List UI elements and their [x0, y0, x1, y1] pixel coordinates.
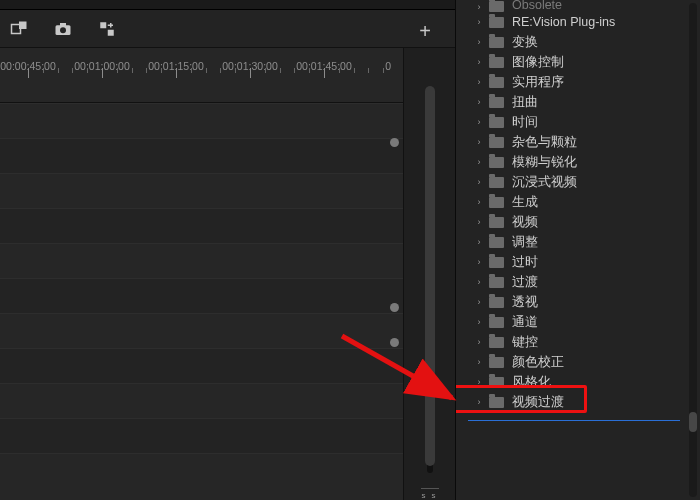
effects-folder-row[interactable]: ›图像控制 — [456, 52, 700, 72]
effects-folder-row[interactable]: ›通道 — [456, 312, 700, 332]
timeline-track[interactable] — [0, 173, 403, 208]
folder-icon — [489, 357, 504, 368]
effects-folder-label: Obsolete — [512, 0, 562, 12]
chevron-right-icon: › — [474, 177, 484, 187]
folder-icon — [489, 217, 504, 228]
chevron-right-icon: › — [474, 137, 484, 147]
effects-folder-row[interactable]: ›视频过渡 — [456, 392, 700, 412]
chevron-right-icon: › — [474, 317, 484, 327]
effects-folder-row[interactable]: ›扭曲 — [456, 92, 700, 112]
effects-folder-row[interactable]: ›实用程序 — [456, 72, 700, 92]
effects-folder-row[interactable]: ›杂色与颗粒 — [456, 132, 700, 152]
folder-icon — [489, 97, 504, 108]
chevron-right-icon: › — [474, 97, 484, 107]
track-scroll-knob[interactable] — [390, 138, 399, 147]
timeline-track[interactable] — [0, 208, 403, 243]
folder-icon — [489, 197, 504, 208]
add-button[interactable]: + — [419, 20, 431, 43]
chevron-right-icon: › — [474, 117, 484, 127]
tracks-area[interactable]: 00:00:45:0000:01:00:0000:01:15:0000:01:3… — [0, 48, 403, 500]
chevron-right-icon: › — [474, 217, 484, 227]
chevron-right-icon: › — [474, 2, 484, 12]
chevron-right-icon: › — [474, 257, 484, 267]
effects-panel: ›Obsolete›RE:Vision Plug-ins›变换›图像控制›实用程… — [455, 0, 700, 500]
effects-folder-row[interactable]: ›RE:Vision Plug-ins — [456, 12, 700, 32]
effects-folder-row[interactable]: ›Obsolete — [456, 0, 700, 12]
effects-folder-label: RE:Vision Plug-ins — [512, 15, 615, 29]
effects-folder-label: 通道 — [512, 314, 538, 331]
svg-rect-6 — [108, 29, 114, 35]
effects-folder-label: 过时 — [512, 254, 538, 271]
effects-folder-label: 透视 — [512, 294, 538, 311]
chevron-right-icon: › — [474, 277, 484, 287]
effects-scrollbar-thumb[interactable] — [689, 412, 697, 432]
svg-rect-4 — [60, 23, 66, 26]
effects-folder-label: 变换 — [512, 34, 538, 51]
effects-folder-label: 风格化 — [512, 374, 551, 391]
vertical-zoom-slider[interactable] — [427, 86, 433, 473]
folder-icon — [489, 397, 504, 408]
timeline-track[interactable] — [0, 138, 403, 173]
effects-folder-row[interactable]: ›过渡 — [456, 272, 700, 292]
effects-folder-label: 图像控制 — [512, 54, 564, 71]
effects-folder-row[interactable]: ›调整 — [456, 232, 700, 252]
effects-folder-label: 模糊与锐化 — [512, 154, 577, 171]
folder-icon — [489, 157, 504, 168]
folder-icon — [489, 1, 504, 12]
folder-icon — [489, 37, 504, 48]
effects-folder-label: 过渡 — [512, 274, 538, 291]
timeline-track[interactable] — [0, 383, 403, 418]
folder-icon — [489, 257, 504, 268]
timeline-toolbar: + — [0, 10, 455, 48]
track-scroll-knob[interactable] — [390, 303, 399, 312]
timeline-track[interactable] — [0, 453, 403, 488]
timeline-track[interactable] — [0, 278, 403, 313]
effects-folder-row[interactable]: ›键控 — [456, 332, 700, 352]
folder-icon — [489, 57, 504, 68]
effects-folder-row[interactable]: ›颜色校正 — [456, 352, 700, 372]
effects-folder-row[interactable]: ›过时 — [456, 252, 700, 272]
chevron-right-icon: › — [474, 197, 484, 207]
chevron-right-icon: › — [474, 37, 484, 47]
folder-icon — [489, 177, 504, 188]
timeline-track[interactable] — [0, 313, 403, 348]
time-ruler[interactable]: 00:00:45:0000:01:00:0000:01:15:0000:01:3… — [0, 48, 403, 103]
vertical-zoom-strip: s s — [403, 48, 455, 500]
effects-folder-label: 生成 — [512, 194, 538, 211]
overlay-icon[interactable] — [8, 18, 30, 40]
effects-folder-label: 调整 — [512, 234, 538, 251]
effects-folder-row[interactable]: ›模糊与锐化 — [456, 152, 700, 172]
effects-folder-row[interactable]: ›视频 — [456, 212, 700, 232]
ruler-end-label: 0 — [385, 60, 391, 72]
effects-folder-row[interactable]: ›透视 — [456, 292, 700, 312]
chevron-right-icon: › — [474, 57, 484, 67]
folder-icon — [489, 297, 504, 308]
track-scroll-knob[interactable] — [390, 338, 399, 347]
effects-folder-row[interactable]: ›风格化 — [456, 372, 700, 392]
timeline-track[interactable] — [0, 418, 403, 453]
camera-icon[interactable] — [52, 18, 74, 40]
chevron-right-icon: › — [474, 297, 484, 307]
folder-icon — [489, 317, 504, 328]
timeline-track[interactable] — [0, 243, 403, 278]
timeline-panel: + 00:00:45:0000:01:00:0000:01:15:0000:01… — [0, 0, 455, 500]
effects-folder-label: 颜色校正 — [512, 354, 564, 371]
chevron-right-icon: › — [474, 337, 484, 347]
insert-icon[interactable] — [96, 18, 118, 40]
chevron-right-icon: › — [474, 357, 484, 367]
effects-folder-row[interactable]: ›生成 — [456, 192, 700, 212]
effects-folder-row[interactable]: ›变换 — [456, 32, 700, 52]
chevron-right-icon: › — [474, 17, 484, 27]
timeline-track[interactable] — [0, 348, 403, 383]
slider-footer-label: s s — [421, 488, 439, 500]
folder-icon — [489, 337, 504, 348]
effects-folder-row[interactable]: ›沉浸式视频 — [456, 172, 700, 192]
svg-rect-5 — [100, 22, 106, 28]
effects-folder-row[interactable]: ›时间 — [456, 112, 700, 132]
effects-folder-label: 杂色与颗粒 — [512, 134, 577, 151]
folder-icon — [489, 137, 504, 148]
vertical-zoom-thumb[interactable] — [425, 86, 435, 466]
timeline-track[interactable] — [0, 103, 403, 138]
effects-folder-label: 视频 — [512, 214, 538, 231]
svg-point-3 — [60, 27, 66, 33]
